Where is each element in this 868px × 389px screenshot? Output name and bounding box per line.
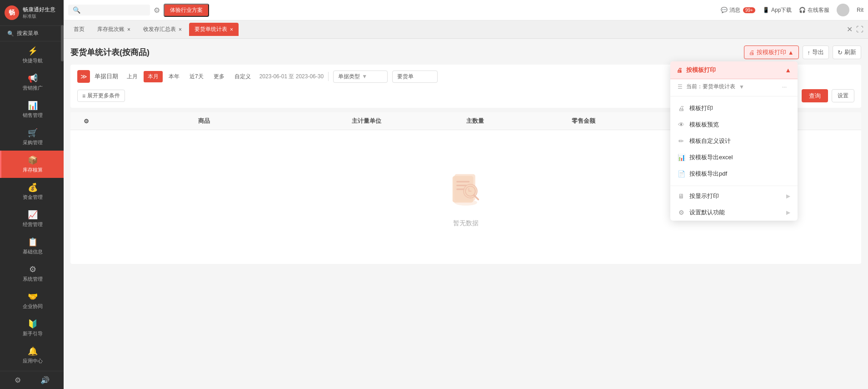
order-type-select[interactable]: 单据类型 ▼ xyxy=(333,71,388,83)
date-range-text: 2023-06-01 至 2023-06-30 xyxy=(259,73,324,81)
tab-home[interactable]: 首页 xyxy=(68,23,90,36)
tab-close-inventory-batch[interactable]: × xyxy=(127,26,130,33)
tab-close-receivables[interactable]: × xyxy=(179,26,182,33)
empty-text: 暂无数据 xyxy=(453,219,479,227)
dropdown-item-set-default[interactable]: ⚙ 设置默认功能 ▶ xyxy=(670,204,798,221)
date-btn-last-month[interactable]: 上月 xyxy=(123,71,142,82)
app-logo-text: 畅康通好生意 标准版 xyxy=(23,6,55,20)
sidebar-scrollbar[interactable] xyxy=(61,25,64,61)
headset-icon: 🎧 xyxy=(799,7,806,13)
dropdown-divider-2 xyxy=(670,186,798,186)
tab-inventory-batch[interactable]: 库存批次账 × xyxy=(92,23,136,36)
template-design-icon: ✏ xyxy=(678,137,685,145)
refresh-btn[interactable]: ↻ 刷新 xyxy=(833,45,861,59)
sidebar-nav: ⚡ 快捷导航 📢 营销推广 📊 销售管理 🛒 采购管理 📦 库存核算 💰 资金管… xyxy=(0,41,64,371)
export-icon: ↑ xyxy=(808,49,811,56)
notifications-badge[interactable]: 💬 消息 99+ xyxy=(721,6,755,14)
date-label: 单据日期 xyxy=(95,72,118,81)
date-btn-this-year[interactable]: 本年 xyxy=(165,71,184,82)
sidebar-item-beginner[interactable]: 🔰 新手引导 xyxy=(0,314,64,342)
dropdown-printer-icon: 🖨 xyxy=(677,67,683,74)
date-buttons: 上月 本月 本年 近7天 更多 自定义 xyxy=(123,71,255,82)
filter-toggle-btn[interactable]: ≫ xyxy=(77,70,90,83)
date-btn-7days[interactable]: 近7天 xyxy=(185,71,208,82)
empty-icon xyxy=(443,167,489,212)
bell-icon: 💬 xyxy=(721,7,728,13)
goods-label: 要货单 xyxy=(397,73,414,81)
header-search-input[interactable] xyxy=(80,7,135,13)
tab-receivables[interactable]: 收发存汇总表 × xyxy=(138,23,187,36)
sidebar-item-cooperation[interactable]: 🤝 企业协同 xyxy=(0,287,64,314)
sidebar-item-finance[interactable]: 💰 资金管理 xyxy=(0,178,64,205)
dropdown-item-display-print[interactable]: 🖥 按显示打印 ▶ xyxy=(670,188,798,204)
filter-divider xyxy=(328,72,329,81)
user-avatar[interactable] xyxy=(837,4,849,16)
export-btn[interactable]: ↑ 导出 xyxy=(803,45,829,59)
header-gear-icon[interactable]: ⚙ xyxy=(154,6,160,15)
filter-action-btns: 查询 设置 xyxy=(802,89,854,102)
sidebar-item-appstore[interactable]: 🔔 应用中心 xyxy=(0,342,64,369)
page-title: 要货单统计表(按商品) xyxy=(70,47,150,58)
set-default-arrow-icon: ▶ xyxy=(786,209,790,216)
trial-button[interactable]: 体验行业方案 xyxy=(164,4,209,17)
dropdown-more-icon[interactable]: ··· xyxy=(782,84,787,90)
printer-icon: 🖨 xyxy=(749,49,755,56)
sidebar-item-operations[interactable]: 📈 经营管理 xyxy=(0,205,64,232)
sidebar-footer: ⚙ 🔊 xyxy=(0,371,64,389)
date-btn-more[interactable]: 更多 xyxy=(210,71,229,82)
dropdown-close-icon[interactable]: ▲ xyxy=(785,66,791,74)
col-unit-header: 主计量单位 xyxy=(312,117,421,125)
export-excel-icon: 📊 xyxy=(678,154,685,161)
operations-icon: 📈 xyxy=(28,210,38,220)
sidebar-item-marketing[interactable]: 📢 营销推广 xyxy=(0,69,64,96)
header: 🔍 ⚙ 体验行业方案 💬 消息 99+ 📱 App下载 🎧 在线客服 Rit xyxy=(64,0,868,20)
goods-filter-input[interactable]: 要货单 xyxy=(392,71,438,83)
purchase-icon: 🛒 xyxy=(28,128,38,138)
finance-icon: 💰 xyxy=(28,182,38,192)
print-btn[interactable]: 🖨 按模板打印 ▲ xyxy=(744,45,799,59)
tabbar-close-icon[interactable]: ✕ xyxy=(847,25,853,34)
marketing-icon: 📢 xyxy=(28,73,38,83)
date-btn-custom[interactable]: 自定义 xyxy=(230,71,255,82)
header-search-area[interactable]: 🔍 xyxy=(68,5,150,15)
sidebar-settings-icon[interactable]: ⚙ xyxy=(15,376,21,384)
sidebar-item-quick-nav[interactable]: ⚡ 快捷导航 xyxy=(0,41,64,69)
sidebar-search[interactable]: 🔍 搜索菜单 xyxy=(0,26,64,41)
dropdown-current-arrow: ▼ xyxy=(739,84,744,90)
dropdown-item-template-preview[interactable]: 👁 模板板预览 xyxy=(670,116,798,133)
dropdown-item-export-pdf[interactable]: 📄 按模板导出pdf xyxy=(670,166,798,182)
app-download-btn[interactable]: 📱 App下载 xyxy=(763,6,792,14)
query-btn[interactable]: 查询 xyxy=(802,89,828,102)
sidebar-item-basics[interactable]: 📋 基础信息 xyxy=(0,232,64,260)
template-print-icon: 🖨 xyxy=(678,105,685,112)
username-label[interactable]: Rit xyxy=(857,7,863,13)
sidebar-item-sales[interactable]: 📊 销售管理 xyxy=(0,96,64,123)
dropdown-section: 🖨 模板打印 👁 模板板预览 ✏ 模板自定义设计 📊 按模板导出excel 📄 … xyxy=(670,98,798,184)
tab-close-order-stats[interactable]: × xyxy=(230,26,233,33)
dropdown-item-template-design[interactable]: ✏ 模板自定义设计 xyxy=(670,133,798,149)
cooperation-icon: 🤝 xyxy=(28,292,38,302)
tabbar: 首页 库存批次账 × 收发存汇总表 × 要货单统计表 × ✕ ⛶ xyxy=(64,20,868,39)
sidebar-item-inventory[interactable]: 📦 库存核算 xyxy=(0,151,64,178)
expand-more-btn[interactable]: ≡ 展开更多条件 xyxy=(77,90,125,102)
filter-settings-btn[interactable]: 设置 xyxy=(832,89,854,102)
tabbar-right: ✕ ⛶ xyxy=(847,25,863,34)
dropdown-current-icon: ☰ xyxy=(678,84,683,90)
date-btn-this-month[interactable]: 本月 xyxy=(144,71,163,82)
dropdown-item-template-print[interactable]: 🖨 模板打印 xyxy=(670,100,798,116)
page-actions: 🖨 按模板打印 ▲ ↑ 导出 ↻ 刷新 xyxy=(744,45,861,59)
tab-order-stats[interactable]: 要货单统计表 × xyxy=(189,23,239,36)
sidebar-item-purchase[interactable]: 🛒 采购管理 xyxy=(0,123,64,151)
col-amount-header: 零售金额 xyxy=(529,117,638,125)
sidebar-item-system[interactable]: ⚙ 系统管理 xyxy=(0,260,64,287)
sidebar-volume-icon[interactable]: 🔊 xyxy=(40,376,50,384)
display-print-arrow-icon: ▶ xyxy=(786,193,790,199)
page-title-bar: 要货单统计表(按商品) 🖨 按模板打印 ▲ ↑ 导出 ↻ 刷新 xyxy=(70,45,861,59)
online-service-btn[interactable]: 🎧 在线客服 xyxy=(799,6,829,14)
dropdown-current-label: ☰ 当前：要货单统计表 ▼ xyxy=(678,83,744,91)
dropdown-item-export-excel[interactable]: 📊 按模板导出excel xyxy=(670,149,798,166)
col-goods-header: 商品 xyxy=(95,117,312,125)
col-settings-header[interactable]: ⚙ xyxy=(77,118,95,125)
sales-icon: 📊 xyxy=(28,101,38,111)
tabbar-expand-icon[interactable]: ⛶ xyxy=(856,25,863,34)
